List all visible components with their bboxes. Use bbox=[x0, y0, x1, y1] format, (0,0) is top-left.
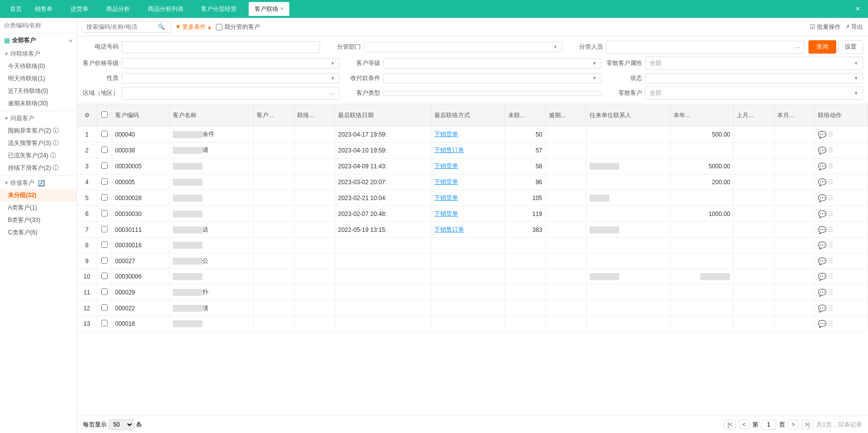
row-checkbox[interactable] bbox=[101, 241, 108, 248]
chat-icon[interactable]: 💬 bbox=[818, 273, 826, 281]
query-button[interactable]: 查询 bbox=[808, 40, 836, 54]
sidebar-item-tomorrow-pending[interactable]: 明天待联络(1) bbox=[0, 72, 76, 85]
contact-method-link[interactable]: 下销货单 bbox=[434, 178, 458, 185]
sidebar-item-a-class[interactable]: A类客户(1) bbox=[0, 202, 76, 214]
sidebar-item-churned[interactable]: 已流失客户(24) ⓘ bbox=[0, 149, 76, 162]
chat-icon[interactable]: 💬 bbox=[818, 178, 826, 186]
contact-method-link[interactable]: 下销货单 bbox=[434, 131, 458, 138]
chat-icon[interactable]: 💬 bbox=[818, 257, 826, 265]
close-product-analysis-list-icon[interactable]: × bbox=[186, 2, 189, 16]
export-button[interactable]: ↗ 导出 bbox=[845, 23, 863, 31]
close-purchase-icon[interactable]: × bbox=[90, 2, 93, 16]
grid-action-icon[interactable]: ⠿ bbox=[828, 289, 833, 296]
row-checkbox[interactable] bbox=[101, 210, 108, 216]
chat-icon[interactable]: 💬 bbox=[818, 162, 826, 170]
tab-sales[interactable]: 销售单 × bbox=[29, 2, 64, 16]
sidebar-all-customers[interactable]: ⊞ 全部客户 « bbox=[0, 33, 76, 48]
sidebar-item-ungroup[interactable]: 未分组(32) bbox=[0, 189, 76, 202]
grid-action-icon[interactable]: ⠿ bbox=[828, 241, 833, 249]
prev-page-button[interactable]: < bbox=[739, 420, 749, 430]
th-settings[interactable]: ⚙ bbox=[77, 104, 97, 127]
manager-dots-icon[interactable]: ··· bbox=[794, 43, 800, 51]
grid-action-icon[interactable]: ⠿ bbox=[828, 131, 833, 139]
grid-action-icon[interactable]: ⠿ bbox=[828, 162, 833, 170]
first-page-button[interactable]: |< bbox=[724, 420, 736, 430]
sidebar-item-7days-pending[interactable]: 近7天待联络(0) bbox=[0, 85, 76, 97]
contact-method-link[interactable]: 下销货单 bbox=[434, 194, 458, 201]
close-sales-icon[interactable]: × bbox=[55, 2, 58, 16]
row-checkbox[interactable] bbox=[101, 146, 108, 153]
contact-method-link[interactable]: 下销售订单 bbox=[434, 146, 464, 153]
chat-icon[interactable]: 💬 bbox=[818, 146, 826, 154]
close-customer-segment-icon[interactable]: × bbox=[239, 2, 242, 16]
area-select[interactable]: ··· bbox=[122, 87, 339, 100]
grid-action-icon[interactable]: ⠿ bbox=[828, 273, 833, 281]
dept-select[interactable]: ▼ bbox=[364, 42, 562, 52]
chat-icon[interactable]: 💬 bbox=[818, 194, 826, 202]
row-checkbox[interactable] bbox=[101, 178, 108, 185]
my-customers-checkbox[interactable] bbox=[216, 24, 222, 30]
search-icon[interactable]: 🔍 bbox=[158, 23, 165, 30]
row-checkbox[interactable] bbox=[101, 289, 108, 295]
tab-purchase[interactable]: 进货单 × bbox=[65, 2, 99, 16]
sidebar-collapse-btn[interactable]: « bbox=[69, 37, 72, 44]
grid-action-icon[interactable]: ⠿ bbox=[828, 194, 833, 202]
next-page-button[interactable]: > bbox=[788, 420, 799, 430]
row-checkbox[interactable] bbox=[101, 226, 108, 232]
chat-icon[interactable]: 💬 bbox=[818, 289, 826, 296]
settings-icon[interactable]: ⚙ bbox=[80, 108, 94, 122]
tab-customer-segment[interactable]: 客户分层经营 × bbox=[195, 2, 248, 16]
sidebar-item-today-pending[interactable]: 今天待联络(0) bbox=[0, 60, 76, 72]
sidebar-item-declining[interactable]: 持续下滑客户(2) ⓘ bbox=[0, 162, 76, 174]
chat-icon[interactable]: 💬 bbox=[818, 131, 826, 139]
area-dots-icon[interactable]: ··· bbox=[330, 89, 335, 97]
chat-icon[interactable]: 💬 bbox=[818, 210, 826, 218]
price-level-select[interactable]: ▼ bbox=[122, 58, 339, 69]
customer-level-select[interactable]: ▼ bbox=[383, 58, 601, 69]
batch-operate-button[interactable]: ☑ 批量操作 bbox=[810, 23, 841, 31]
sidebar-group-problem[interactable]: ▼ 问题客户 bbox=[0, 112, 76, 125]
grid-action-icon[interactable]: ⠿ bbox=[828, 304, 833, 312]
grid-action-icon[interactable]: ⠿ bbox=[828, 210, 833, 218]
th-checkbox[interactable] bbox=[97, 104, 112, 127]
close-product-analysis-icon[interactable]: × bbox=[132, 2, 135, 16]
sidebar-item-b-class[interactable]: B类客户(33) bbox=[0, 214, 76, 226]
row-checkbox[interactable] bbox=[101, 131, 108, 137]
chat-icon[interactable]: 💬 bbox=[818, 304, 826, 312]
manager-select[interactable]: ··· bbox=[606, 41, 804, 54]
sidebar-item-churn-warning[interactable]: 流失预警客户(3) ⓘ bbox=[0, 137, 76, 149]
contact-method-link[interactable]: 下销售订单 bbox=[434, 226, 464, 233]
sidebar-group-pending[interactable]: ▼ 待联络客户 bbox=[0, 48, 76, 60]
status-select[interactable]: ▼ bbox=[645, 73, 863, 83]
close-all-tabs-button[interactable]: × bbox=[852, 4, 864, 13]
grid-action-icon[interactable]: ⠿ bbox=[828, 146, 833, 154]
phone-input[interactable] bbox=[122, 41, 320, 53]
tab-home[interactable]: 首页 bbox=[4, 2, 28, 16]
search-input[interactable] bbox=[86, 23, 156, 30]
more-conditions-button[interactable]: ▼ 更多条件 ▲ bbox=[175, 23, 212, 31]
chat-icon[interactable]: 💬 bbox=[818, 241, 826, 249]
sidebar-search-input[interactable] bbox=[4, 22, 77, 29]
gender-select[interactable]: ▼ bbox=[122, 73, 339, 83]
sidebar-item-c-class[interactable]: C类客户(6) bbox=[0, 226, 76, 239]
row-checkbox[interactable] bbox=[101, 162, 108, 169]
select-all-checkbox[interactable] bbox=[101, 111, 108, 118]
grid-action-icon[interactable]: ⠿ bbox=[828, 178, 833, 186]
row-checkbox[interactable] bbox=[101, 257, 108, 264]
chat-icon[interactable]: 💬 bbox=[818, 320, 826, 328]
sidebar-item-overdue-pending[interactable]: 逾期未联络(30) bbox=[0, 97, 76, 110]
zero-retail-select[interactable]: 全部 ▼ bbox=[645, 86, 863, 100]
zero-retail-attr-select[interactable]: 全部 ▼ bbox=[645, 57, 863, 70]
payment-select[interactable]: ▼ bbox=[383, 73, 601, 83]
grid-action-icon[interactable]: ⠿ bbox=[828, 226, 833, 234]
customer-type-select[interactable] bbox=[383, 91, 601, 96]
grid-action-icon[interactable]: ⠿ bbox=[828, 320, 833, 328]
last-page-button[interactable]: >| bbox=[801, 420, 813, 430]
per-page-select[interactable]: 50 100 200 bbox=[109, 419, 134, 430]
chat-icon[interactable]: 💬 bbox=[818, 226, 826, 234]
tab-product-analysis[interactable]: 商品分析 × bbox=[100, 2, 141, 16]
contact-method-link[interactable]: 下销货单 bbox=[434, 210, 458, 217]
tab-customer-contact[interactable]: 客户联络 × bbox=[249, 2, 289, 16]
row-checkbox[interactable] bbox=[101, 304, 108, 311]
row-checkbox[interactable] bbox=[101, 194, 108, 201]
